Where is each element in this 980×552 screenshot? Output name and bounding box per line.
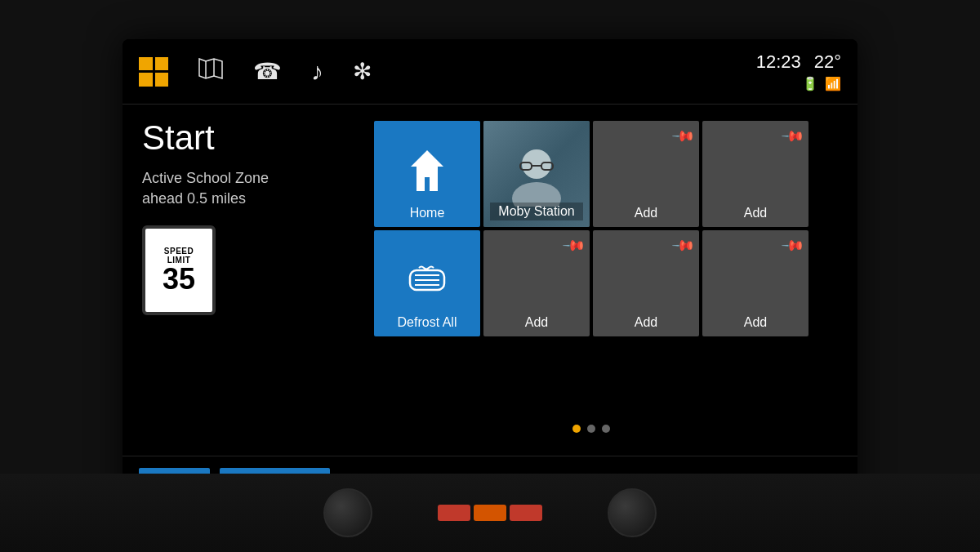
main-screen: ☎ ♪ ✻ 12:23 22° 🔋 📶 Start <box>122 39 858 513</box>
speed-limit-value: 35 <box>163 265 195 294</box>
tiles-section: Home <box>374 121 808 439</box>
add-tile-5-label: Add <box>709 315 802 330</box>
car-controls <box>0 474 980 552</box>
nav-icons: ☎ ♪ ✻ <box>139 57 756 87</box>
music-icon[interactable]: ♪ <box>311 58 323 86</box>
page-title: Start <box>142 121 354 155</box>
add-tile-1[interactable]: 📌 Add <box>593 121 699 227</box>
signal-icon: 📶 <box>825 76 841 91</box>
pin-icon-5: 📌 <box>780 233 805 258</box>
home-tile-label: Home <box>381 206 474 220</box>
defrost-icon <box>407 264 448 296</box>
speed-limit-sign: SPEEDLIMIT 35 <box>142 225 216 315</box>
add-tile-2-label: Add <box>709 206 802 220</box>
car-background: ☎ ♪ ✻ 12:23 22° 🔋 📶 Start <box>0 0 980 552</box>
pagination-dot-2[interactable] <box>587 425 595 433</box>
person-avatar <box>504 141 569 207</box>
time-temp-display: 12:23 22° <box>756 51 841 73</box>
add-tile-2[interactable]: 📌 Add <box>702 121 808 227</box>
ctrl-btn-warning[interactable] <box>474 505 506 521</box>
top-bar: ☎ ♪ ✻ 12:23 22° 🔋 📶 <box>122 39 858 105</box>
pagination-dot-1[interactable] <box>572 425 581 433</box>
defrost-tile-label: Defrost All <box>381 315 474 330</box>
add-tile-5[interactable]: 📌 Add <box>702 230 808 336</box>
pin-icon-2: 📌 <box>780 123 805 149</box>
pin-icon-1: 📌 <box>670 123 696 149</box>
add-tile-3-label: Add <box>490 315 583 330</box>
svg-point-3 <box>522 149 551 179</box>
status-icons: 🔋 📶 <box>802 76 841 91</box>
ctrl-btn-2[interactable] <box>510 505 542 521</box>
phone-icon[interactable]: ☎ <box>253 58 282 85</box>
right-knob[interactable] <box>608 488 657 537</box>
center-buttons <box>438 505 542 521</box>
add-tile-4-label: Add <box>599 315 693 330</box>
clock-display: 12:23 <box>756 51 801 73</box>
home-icon <box>407 146 448 195</box>
home-tile[interactable]: Home <box>374 121 480 227</box>
pagination-dot-3[interactable] <box>602 425 610 433</box>
add-tile-1-label: Add <box>599 206 693 220</box>
notification-text: Active School Zoneahead 0.5 miles <box>142 168 354 209</box>
pin-icon-4: 📌 <box>670 233 696 258</box>
left-panel: Start Active School Zoneahead 0.5 miles … <box>142 121 354 439</box>
defrost-tile[interactable]: Defrost All <box>374 230 480 336</box>
moby-station-label: Moby Station <box>490 203 583 220</box>
ctrl-btn-1[interactable] <box>438 505 470 521</box>
top-right-info: 12:23 22° 🔋 📶 <box>756 51 841 91</box>
temperature-display: 22° <box>814 51 841 73</box>
left-knob[interactable] <box>323 488 372 537</box>
tiles-grid: Home <box>374 121 808 412</box>
pagination-dots <box>374 418 808 439</box>
add-tile-3[interactable]: 📌 Add <box>483 230 590 336</box>
moby-station-tile[interactable]: Moby Station <box>483 121 590 227</box>
battery-icon: 🔋 <box>802 76 818 91</box>
fan-icon[interactable]: ✻ <box>353 58 372 85</box>
svg-marker-2 <box>411 150 443 191</box>
map-icon[interactable] <box>198 57 224 86</box>
main-content: Start Active School Zoneahead 0.5 miles … <box>122 105 858 456</box>
pin-icon-3: 📌 <box>561 233 586 258</box>
windows-logo-icon[interactable] <box>139 57 168 87</box>
add-tile-4[interactable]: 📌 Add <box>593 230 699 336</box>
